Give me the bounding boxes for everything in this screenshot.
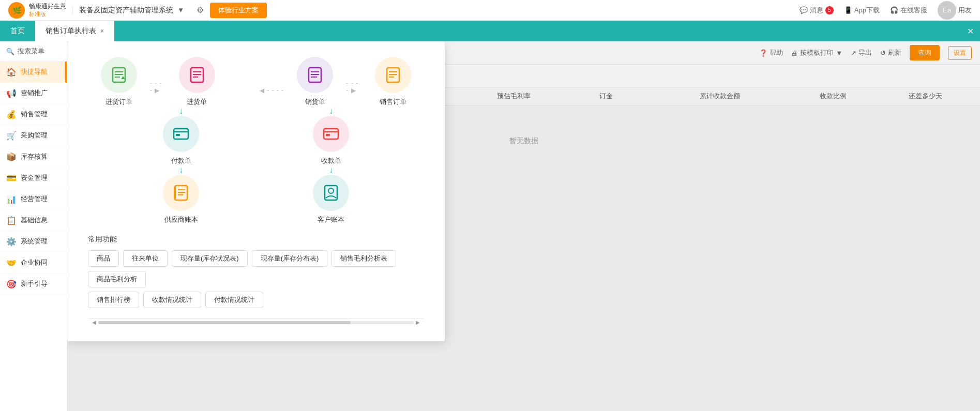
- receipt-icon: [313, 116, 349, 152]
- supplier-ledger-icon: [163, 175, 199, 211]
- arrow-right-1: - - - - ▶: [150, 80, 166, 106]
- flow-node-purchase-order[interactable]: 进货订单: [88, 57, 150, 106]
- flow-node-payment[interactable]: 付款单: [150, 116, 212, 165]
- headset-icon: 🎧: [890, 6, 898, 14]
- system-dropdown-button[interactable]: ▼: [177, 6, 184, 14]
- scroll-area: ◀ ▶: [88, 318, 424, 326]
- marketing-icon: 📢: [6, 88, 17, 98]
- arrow-right-2: - - - - ▶: [346, 80, 362, 106]
- arrow-down-row: ↓ ↓: [88, 106, 424, 116]
- tab-close-button[interactable]: ×: [100, 27, 104, 35]
- search-menu-button[interactable]: 🔍 搜索菜单: [0, 41, 67, 62]
- func-payment-stat-button[interactable]: 付款情况统计: [205, 292, 263, 308]
- sidebar-item-purchase[interactable]: 🛒 采购管理: [0, 125, 67, 146]
- sidebar-item-inventory[interactable]: 📦 库存核算: [0, 146, 67, 168]
- tab-sales-order[interactable]: 销售订单执行表 ×: [35, 21, 114, 41]
- system-icon: ⚙️: [6, 236, 17, 247]
- sidebar-item-basic-info[interactable]: 📋 基础信息: [0, 210, 67, 231]
- arrow-down-sales: ↓: [300, 106, 362, 116]
- header-left: 🌿 畅康通好生意 标准版 装备及固定资产辅助管理系统 ▼ ⚙ 体验行业方案: [8, 2, 267, 19]
- svg-rect-23: [174, 187, 176, 199]
- online-service-button[interactable]: 🎧 在线客服: [890, 6, 927, 15]
- window-close-button[interactable]: ✕: [967, 26, 974, 36]
- flow-node-supplier-ledger[interactable]: 供应商账本: [150, 175, 212, 224]
- func-goods-gross-button[interactable]: 商品毛利分析: [88, 271, 146, 287]
- flow-node-sales-order[interactable]: 销售订单: [362, 57, 424, 106]
- flow-row-2: 付款单 收款单: [88, 116, 424, 165]
- message-badge: 5: [825, 6, 834, 14]
- scroll-right-button[interactable]: ▶: [414, 319, 422, 325]
- header-right: 💬 消息 5 📱 App下载 🎧 在线客服 Ea 用友: [800, 1, 972, 20]
- sidebar-item-quick-nav[interactable]: 🏠 快捷导航: [0, 62, 67, 83]
- logo-icon: 🌿: [8, 2, 25, 19]
- customer-ledger-icon: [313, 175, 349, 211]
- func-goods-button[interactable]: 商品: [88, 250, 119, 267]
- sidebar-item-cooperation[interactable]: 🤝 企业协同: [0, 252, 67, 273]
- func-sales-gross-button[interactable]: 销售毛利分析表: [331, 250, 396, 267]
- flow-node-receipt[interactable]: 收款单: [300, 116, 362, 165]
- func-sales-rank-button[interactable]: 销售排行榜: [88, 292, 139, 308]
- arrow-left-1: ◀ - - - -: [260, 87, 284, 106]
- scroll-track[interactable]: [98, 321, 414, 324]
- phone-icon: 📱: [844, 6, 852, 14]
- sidebar-item-newbie[interactable]: 🎯 新手引导: [0, 273, 67, 295]
- sidebar-item-marketing[interactable]: 📢 营销推广: [0, 83, 67, 104]
- modal-box: 进货订单 - - - - ▶ 进货单: [67, 41, 445, 341]
- sidebar: 🔍 搜索菜单 🏠 快捷导航 📢 营销推广 💰 销售管理 🛒 采购管理 📦 库存核…: [0, 41, 67, 411]
- sales-order-label: 销售订单: [380, 97, 406, 106]
- svg-rect-21: [326, 134, 330, 136]
- cooperation-icon: 🤝: [6, 257, 17, 268]
- purchase-order-icon: [101, 57, 137, 93]
- common-functions-title: 常用功能: [88, 235, 424, 244]
- newbie-icon: 🎯: [6, 279, 17, 289]
- main-layout: 🔍 搜索菜单 🏠 快捷导航 📢 营销推广 💰 销售管理 🛒 采购管理 📦 库存核…: [0, 41, 980, 411]
- tab-bar-right: ✕: [967, 21, 980, 41]
- flow-node-purchase[interactable]: 进货单: [166, 57, 228, 106]
- purchase-icon: 🛒: [6, 130, 17, 141]
- system-title: 装备及固定资产辅助管理系统 ▼: [72, 6, 190, 15]
- sidebar-item-finance[interactable]: 💳 资金管理: [0, 168, 67, 189]
- sales-icon: [297, 57, 333, 93]
- sidebar-item-system[interactable]: ⚙️ 系统管理: [0, 231, 67, 252]
- inventory-icon: 📦: [6, 151, 17, 162]
- svg-rect-18: [176, 134, 180, 136]
- arrow-down-purchase: ↓: [150, 106, 212, 116]
- func-receipt-stat-button[interactable]: 收款情况统计: [143, 292, 201, 308]
- home-icon: 🏠: [6, 67, 17, 77]
- operations-icon: 📊: [6, 194, 17, 204]
- sidebar-item-sales[interactable]: 💰 销售管理: [0, 104, 67, 125]
- func-buttons-row2: 销售排行榜 收款情况统计 付款情况统计: [88, 292, 424, 308]
- payment-icon: [163, 116, 199, 152]
- logo-text: 畅康通好生意 标准版: [29, 3, 66, 18]
- receipt-label: 收款单: [321, 156, 341, 165]
- tab-home[interactable]: 首页: [0, 21, 35, 41]
- message-button[interactable]: 💬 消息 5: [800, 6, 834, 15]
- flow-node-sales[interactable]: 销货单: [284, 57, 346, 106]
- modal-overlay: 进货订单 - - - - ▶ 进货单: [67, 41, 980, 411]
- settings-button[interactable]: ⚙: [197, 5, 204, 15]
- avatar: Ea: [938, 1, 956, 20]
- arrow-down-receipt: ↓: [300, 165, 362, 175]
- purchase-icon: [179, 57, 215, 93]
- flow-row-3: 供应商账本 客户账本: [88, 175, 424, 224]
- func-stock-status-button[interactable]: 现存量(库存状况表): [172, 250, 248, 267]
- func-counterpart-button[interactable]: 往来单位: [123, 250, 168, 267]
- flow-node-customer-ledger[interactable]: 客户账本: [300, 175, 362, 224]
- func-stock-dist-button[interactable]: 现存量(库存分布表): [252, 250, 328, 267]
- payment-label: 付款单: [171, 156, 191, 165]
- purchase-order-label: 进货订单: [105, 97, 132, 106]
- supplier-ledger-label: 供应商账本: [164, 215, 198, 224]
- try-industry-button[interactable]: 体验行业方案: [210, 3, 267, 18]
- user-menu[interactable]: Ea 用友: [938, 1, 972, 20]
- sidebar-item-operations[interactable]: 📊 经营管理: [0, 189, 67, 210]
- scroll-left-button[interactable]: ◀: [90, 319, 98, 325]
- customer-ledger-label: 客户账本: [318, 215, 344, 224]
- svg-point-28: [328, 188, 334, 193]
- purchase-label: 进货单: [187, 97, 207, 106]
- basic-info-icon: 📋: [6, 215, 17, 225]
- sales-icon: 💰: [6, 109, 17, 119]
- func-buttons-row1: 商品 往来单位 现存量(库存状况表) 现存量(库存分布表) 销售毛利分析表 商品…: [88, 250, 424, 287]
- scroll-thumb[interactable]: [98, 321, 351, 324]
- sales-label: 销货单: [305, 97, 325, 106]
- app-download-button[interactable]: 📱 App下载: [844, 6, 880, 15]
